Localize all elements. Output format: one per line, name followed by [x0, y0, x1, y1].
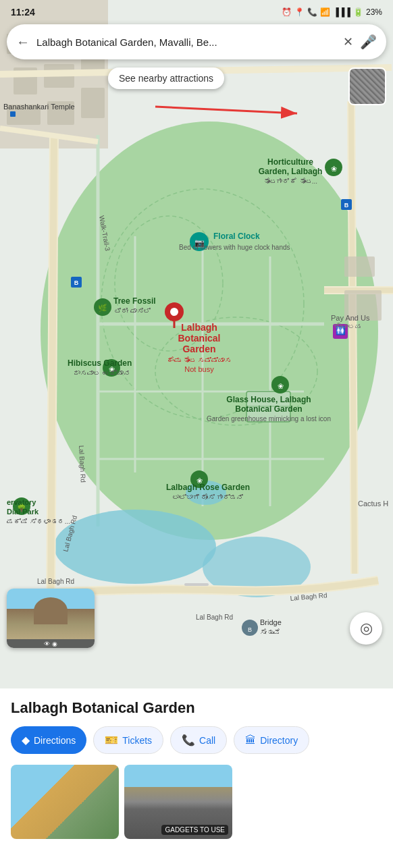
map-container[interactable]: B B 📷 🌿 ❀ ❀ ❀ ❀: [0, 0, 393, 688]
street-view-icon: 👁 ◉: [44, 641, 57, 647]
svg-text:ಶೌಚಾಲಯ: ಶೌಚಾಲಯ: [334, 323, 362, 330]
svg-text:Garden greenhouse mimicking a : Garden greenhouse mimicking a lost icon: [207, 415, 331, 423]
svg-text:❀: ❀: [278, 382, 284, 390]
directions-button[interactable]: ◆ Directions: [11, 726, 86, 754]
place-name: Lalbagh Botanical Garden: [11, 699, 382, 717]
tickets-label: Tickets: [122, 735, 152, 746]
svg-point-43: [325, 159, 342, 176]
svg-text:Cactus H: Cactus H: [358, 499, 388, 508]
svg-text:🌳: 🌳: [17, 503, 26, 512]
photo-card-2[interactable]: GADGETS TO USE: [124, 765, 232, 839]
svg-point-35: [170, 308, 178, 316]
tickets-icon: 🎫: [105, 734, 118, 747]
action-buttons-row: ◆ Directions 🎫 Tickets 📞 Call 🏛 Director…: [11, 726, 382, 754]
svg-rect-25: [344, 290, 382, 321]
directory-button[interactable]: 🏛 Directory: [234, 726, 309, 754]
svg-point-22: [203, 537, 311, 597]
svg-text:Lal Bagh Rd: Lal Bagh Rd: [37, 578, 74, 585]
svg-text:Walk-Trail-3: Walk-Trail-3: [98, 215, 111, 252]
svg-text:🌿: 🌿: [98, 303, 107, 313]
svg-text:Horticulture: Horticulture: [267, 157, 313, 167]
back-button[interactable]: ←: [16, 34, 30, 50]
svg-text:🚻: 🚻: [336, 325, 346, 335]
battery-percent: 23%: [366, 7, 382, 17]
svg-text:Garden, Lalbagh: Garden, Lalbagh: [259, 167, 323, 176]
svg-text:Not busy: Not busy: [184, 365, 214, 373]
svg-point-11: [101, 189, 304, 418]
svg-text:Floral Clock: Floral Clock: [213, 232, 260, 241]
svg-point-45: [271, 376, 289, 394]
svg-text:B: B: [74, 279, 79, 286]
photo-card-1[interactable]: [11, 765, 119, 839]
photo-strip: GADGETS TO USE: [11, 765, 382, 844]
search-text[interactable]: Lalbagh Botanical Garden, Mavalli, Be...: [36, 36, 336, 48]
nearby-attractions-button[interactable]: See nearby attractions: [108, 67, 224, 89]
svg-point-10: [41, 121, 378, 540]
svg-text:Lal Bagh Rd: Lal Bagh Rd: [196, 614, 233, 621]
svg-text:Dial Park: Dial Park: [7, 508, 39, 516]
map-type-thumbnail[interactable]: [348, 67, 386, 105]
svg-point-53: [242, 620, 258, 636]
svg-text:Botanical: Botanical: [178, 333, 220, 344]
svg-rect-28: [71, 277, 82, 288]
status-icons: ⏰ 📍 📞 📶 ▐▐▐ 🔋 23%: [282, 7, 382, 17]
svg-rect-5: [44, 64, 74, 88]
bottom-panel: Lalbagh Botanical Garden ◆ Directions 🎫 …: [0, 688, 393, 868]
svg-text:Lalbagh: Lalbagh: [181, 322, 217, 333]
svg-text:B: B: [344, 202, 349, 209]
svg-text:Tree Fossil: Tree Fossil: [113, 296, 156, 306]
svg-point-21: [54, 510, 216, 584]
svg-text:Garden: Garden: [182, 344, 215, 354]
svg-rect-27: [10, 111, 16, 117]
clear-button[interactable]: ✕: [343, 34, 353, 49]
svg-text:Banashankari Temple: Banashankari Temple: [3, 103, 75, 111]
svg-rect-4: [14, 67, 37, 94]
svg-text:❀: ❀: [196, 477, 203, 485]
directory-label: Directory: [260, 735, 298, 746]
photo-badge: GADGETS TO USE: [161, 825, 228, 835]
location-crosshair-icon: ◎: [360, 620, 373, 637]
svg-point-47: [190, 470, 208, 488]
search-bar: ← Lalbagh Botanical Garden, Mavalli, Be.…: [7, 24, 386, 59]
battery-icon: 🔋: [353, 7, 363, 17]
svg-text:ಟ್ರೀ ಫಾಸಿಲ್: ಟ್ರೀ ಫಾಸಿಲ್: [115, 307, 151, 315]
svg-rect-9: [81, 88, 105, 118]
call-icon: 📞: [307, 7, 317, 17]
svg-point-13: [155, 317, 317, 425]
svg-text:ಕೆಂಪು ತೋಟ ಸಮ್ಮ್ಯಾಸ: ಕೆಂಪು ತೋಟ ಸಮ್ಮ್ಯಾಸ: [167, 356, 232, 364]
svg-rect-51: [333, 324, 348, 339]
svg-rect-32: [246, 391, 290, 422]
svg-point-39: [94, 298, 111, 316]
svg-text:Bridge: Bridge: [260, 618, 282, 626]
svg-text:ದಾಸವಾಲ ಉದ್ಯಾನ: ದಾಸವಾಲ ಉದ್ಯಾನ: [73, 369, 130, 377]
svg-text:B: B: [248, 626, 252, 633]
svg-text:ಲಾಲ್ಬಾಗ್ ರೋಸ್ ಗಾರ್ಡನ್: ಲಾಲ್ಬಾಗ್ ರೋಸ್ ಗಾರ್ಡನ್: [173, 493, 244, 501]
svg-rect-24: [344, 256, 375, 277]
directions-icon: ◆: [22, 734, 30, 747]
svg-text:❀: ❀: [109, 365, 115, 373]
call-label: Call: [199, 735, 215, 746]
svg-text:ಸೇತುವೆ: ಸೇತುವೆ: [260, 628, 280, 636]
location-icon: 📍: [294, 7, 305, 17]
drag-handle[interactable]: [184, 583, 209, 586]
svg-text:Botanical Garden: Botanical Garden: [235, 404, 302, 414]
my-location-button[interactable]: ◎: [350, 612, 382, 645]
mic-button[interactable]: 🎤: [360, 34, 377, 50]
alarm-icon: ⏰: [282, 7, 292, 17]
tickets-button[interactable]: 🎫 Tickets: [93, 726, 163, 754]
call-icon: 📞: [182, 734, 195, 747]
svg-rect-7: [47, 101, 74, 125]
directory-icon: 🏛: [245, 734, 256, 747]
svg-rect-6: [7, 105, 41, 125]
svg-text:❀: ❀: [331, 165, 337, 173]
svg-rect-30: [341, 199, 352, 210]
svg-text:Pay And Us: Pay And Us: [331, 314, 370, 322]
call-button[interactable]: 📞 Call: [170, 726, 227, 754]
svg-text:ಪಕ್ಷಿ ಸ್ಥಳಾಂತರ...: ಪಕ್ಷಿ ಸ್ಥಳಾಂತರ...: [7, 518, 70, 525]
street-view-thumbnail[interactable]: 👁 ◉: [7, 589, 95, 648]
svg-text:ervatory: ervatory: [7, 498, 36, 506]
svg-text:Lalbagh Rose Garden: Lalbagh Rose Garden: [166, 483, 250, 492]
status-time: 11:24: [11, 7, 35, 18]
svg-point-37: [190, 232, 209, 251]
svg-text:ತೋಟಗಾರಿಕೆ ತೋಟ...: ತೋಟಗಾರಿಕೆ ತೋಟ...: [263, 178, 317, 185]
